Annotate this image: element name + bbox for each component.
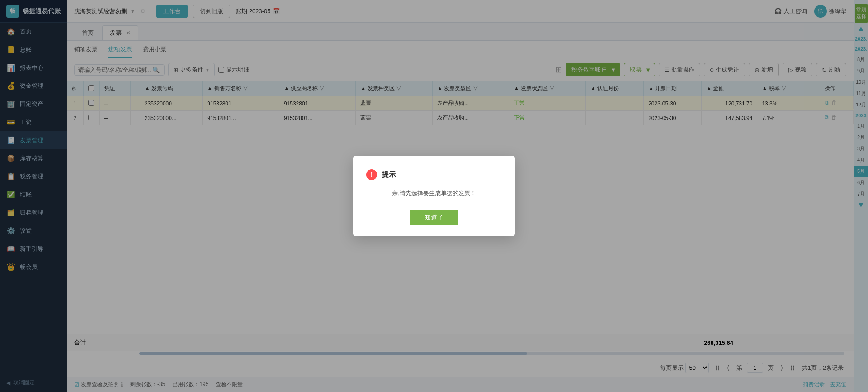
warning-icon: ! xyxy=(366,169,377,180)
modal-overlay: ! 提示 亲,请先选择要生成单据的发票！ 知道了 xyxy=(0,0,868,392)
dialog-footer: 知道了 xyxy=(366,210,502,225)
dialog-ok-button[interactable]: 知道了 xyxy=(410,210,458,225)
dialog-title: 提示 xyxy=(382,170,396,180)
dialog-title-row: ! 提示 xyxy=(366,169,502,180)
dialog-message: 亲,请先选择要生成单据的发票！ xyxy=(366,189,502,197)
alert-dialog: ! 提示 亲,请先选择要生成单据的发票！ 知道了 xyxy=(353,156,515,236)
